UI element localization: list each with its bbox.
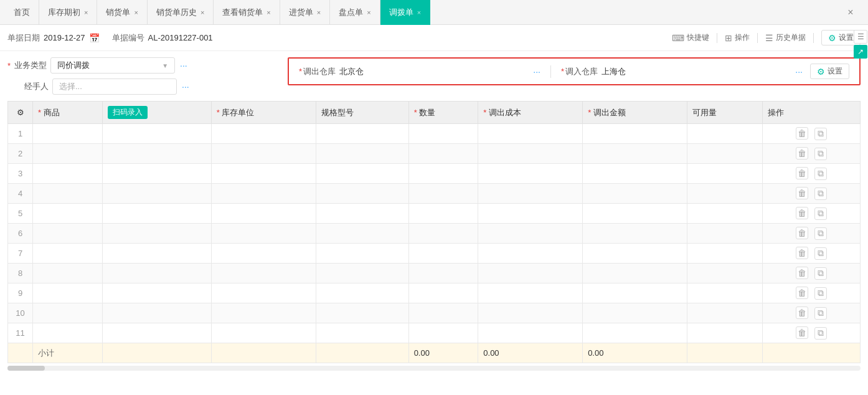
number-field-group: 单据编号 AL-20191227-001 xyxy=(112,32,213,44)
right-sidebar: ☰ ↗ xyxy=(853,25,868,59)
scan-button[interactable]: 扫码录入 xyxy=(108,106,148,119)
col-scan: 扫码录入 xyxy=(102,102,211,124)
business-type-value: 同价调拨 xyxy=(57,60,90,71)
operations-button[interactable]: ⊞ 操作 xyxy=(725,32,750,43)
copy-row-button[interactable]: ⧉ xyxy=(814,327,827,340)
col-settings: ⚙ xyxy=(8,102,33,124)
col-available: 可用量 xyxy=(687,102,762,124)
copy-row-button[interactable]: ⧉ xyxy=(814,207,827,220)
copy-row-button[interactable]: ⧉ xyxy=(814,227,827,240)
in-warehouse-item: * 调入仓库 上海仓 ··· xyxy=(561,66,803,77)
col-op: 操作 xyxy=(763,102,861,124)
handler-placeholder: 选择... xyxy=(59,81,82,92)
delete-row-button[interactable]: 🗑 xyxy=(796,147,808,159)
handler-more[interactable]: ··· xyxy=(182,82,189,92)
shortcuts-button[interactable]: ⌨ 快捷键 xyxy=(672,32,709,43)
keyboard-icon: ⌨ xyxy=(672,33,684,43)
copy-row-button[interactable]: ⧉ xyxy=(814,247,827,260)
copy-row-button[interactable]: ⧉ xyxy=(814,148,827,160)
required-star-biz: * xyxy=(7,61,11,70)
calendar-icon[interactable]: 📅 xyxy=(89,33,100,43)
in-warehouse-more[interactable]: ··· xyxy=(795,67,803,77)
delete-row-button[interactable]: 🗑 xyxy=(796,267,808,279)
delete-row-button[interactable]: 🗑 xyxy=(796,167,808,179)
tab-view-sales[interactable]: 查看销货单 × xyxy=(214,0,280,25)
business-type-more[interactable]: ··· xyxy=(180,60,187,70)
form-left: * 业务类型 同价调拨 ▼ ··· 经手人 选择... ··· xyxy=(7,57,275,95)
tab-inventory-init[interactable]: 库存期初 × xyxy=(39,0,97,25)
col-cost: 调出成本 xyxy=(478,102,583,124)
business-type-dropdown[interactable]: 同价调拨 ▼ xyxy=(50,57,175,74)
handler-dropdown[interactable]: 选择... xyxy=(52,79,177,95)
table-row: 6 🗑 ⧉ xyxy=(8,224,861,244)
table-row: 3 🗑 ⧉ xyxy=(8,164,861,184)
date-value: 2019-12-27 xyxy=(44,33,85,42)
out-warehouse-more[interactable]: ··· xyxy=(533,67,540,77)
warehouse-separator xyxy=(550,65,551,78)
subtotal-amount: 0.00 xyxy=(583,343,687,363)
tab-stocktake[interactable]: 盘点单 × xyxy=(330,0,380,25)
delete-row-button[interactable]: 🗑 xyxy=(796,287,808,299)
delete-row-button[interactable]: 🗑 xyxy=(796,307,808,319)
date-label: 单据日期 xyxy=(7,32,40,44)
tab-close-transfer[interactable]: × xyxy=(417,9,421,16)
delete-row-button[interactable]: 🗑 xyxy=(796,207,808,219)
subtotal-label: 小计 xyxy=(33,343,103,363)
tab-sales-history[interactable]: 销货单历史 × xyxy=(148,0,214,25)
warehouse-section: * 调出仓库 北京仓 ··· * 调入仓库 上海仓 ··· ⚙ 设置 xyxy=(288,57,861,85)
copy-row-button[interactable]: ⧉ xyxy=(814,307,827,320)
table-row: 4 🗑 ⧉ xyxy=(8,184,861,204)
copy-row-button[interactable]: ⧉ xyxy=(814,168,827,180)
horizontal-scrollbar[interactable] xyxy=(7,366,861,371)
tab-home[interactable]: 首页 xyxy=(5,0,39,25)
grid-icon: ⊞ xyxy=(725,33,732,43)
toolbar-right: ⌨ 快捷键 ⊞ 操作 ☰ 历史单据 ⚙ 设置 xyxy=(672,30,861,45)
table-row: 7 🗑 ⧉ xyxy=(8,244,861,264)
tab-bar: 首页 库存期初 × 销货单 × 销货单历史 × 查看销货单 × 进货单 × 盘点… xyxy=(0,0,868,25)
col-amount: 调出金额 xyxy=(583,102,687,124)
warehouse-gear-icon: ⚙ xyxy=(817,67,825,77)
tab-close-view-sales[interactable]: × xyxy=(267,9,270,16)
copy-row-button[interactable]: ⧉ xyxy=(814,128,827,140)
table-container: ⚙ 商品 扫码录入 库存单位 规格型号 数量 调出成本 调出金额 可用量 操作 xyxy=(0,101,868,363)
scroll-thumb[interactable] xyxy=(7,366,45,371)
col-product: 商品 xyxy=(33,102,103,124)
delete-row-button[interactable]: 🗑 xyxy=(796,227,808,239)
copy-row-button[interactable]: ⧉ xyxy=(814,188,827,200)
tab-close-sales[interactable]: × xyxy=(134,9,138,16)
delete-row-button[interactable]: 🗑 xyxy=(796,247,808,259)
out-warehouse-label: 调出仓库 xyxy=(303,66,336,77)
tab-close-inventory[interactable]: × xyxy=(84,9,88,16)
window-close-button[interactable]: × xyxy=(838,0,863,25)
gear-icon: ⚙ xyxy=(828,33,836,43)
delete-row-button[interactable]: 🗑 xyxy=(796,326,808,339)
delete-row-button[interactable]: 🗑 xyxy=(796,127,808,140)
in-warehouse-value: 上海仓 xyxy=(601,66,790,77)
number-value: AL-20191227-001 xyxy=(148,33,213,42)
business-type-row: * 业务类型 同价调拨 ▼ ··· xyxy=(7,57,275,74)
sidebar-list-button[interactable]: ☰ xyxy=(854,30,867,44)
tab-transfer[interactable]: 调拨单 × xyxy=(380,0,430,25)
required-star-out: * xyxy=(299,67,302,76)
sidebar-export-button[interactable]: ↗ xyxy=(854,45,867,59)
toolbar: 单据日期 2019-12-27 📅 单据编号 AL-20191227-001 ⌨… xyxy=(0,25,868,51)
settings-area: ⚙ 设置 xyxy=(810,64,849,79)
delete-row-button[interactable]: 🗑 xyxy=(796,187,808,199)
tab-close-purchase[interactable]: × xyxy=(317,9,321,16)
table-row: 11 🗑 ⧉ xyxy=(8,323,861,343)
table-settings-icon[interactable]: ⚙ xyxy=(17,108,24,117)
table-row: 1 🗑 ⧉ xyxy=(8,124,861,144)
tab-purchase[interactable]: 进货单 × xyxy=(280,0,330,25)
toolbar-divider-3 xyxy=(813,33,814,43)
copy-row-button[interactable]: ⧉ xyxy=(814,287,827,300)
number-label: 单据编号 xyxy=(112,32,144,44)
tab-sales-order[interactable]: 销货单 × xyxy=(97,0,147,25)
warehouse-settings-button[interactable]: ⚙ 设置 xyxy=(810,64,849,79)
tab-close-stocktake[interactable]: × xyxy=(367,9,370,16)
date-field-group: 单据日期 2019-12-27 📅 xyxy=(7,32,100,44)
tab-close-sales-history[interactable]: × xyxy=(200,9,204,16)
subtotal-qty: 0.00 xyxy=(408,343,478,363)
history-button[interactable]: ☰ 历史单据 xyxy=(765,32,806,43)
handler-label: 经手人 xyxy=(14,81,49,92)
copy-row-button[interactable]: ⧉ xyxy=(814,267,827,280)
